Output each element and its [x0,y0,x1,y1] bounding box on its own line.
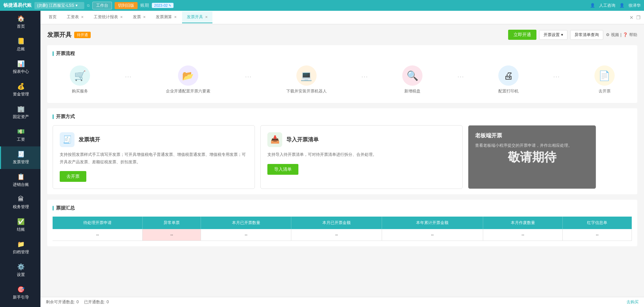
settings-dropdown-icon: ▾ [561,32,563,37]
cell-year-amount: -- [382,229,483,241]
tab-invoice-calc-close[interactable]: ✕ [174,15,177,19]
tab-bar-actions: ✕ ❐ [630,15,641,20]
sidebar-item-member[interactable]: 👑 畅会员 [0,304,40,307]
flow-step-setup[interactable]: 📂 企业开通配置开票六要素 [166,65,210,94]
tab-salary-table-close[interactable]: ✕ [81,15,84,19]
tab-invoice-calc[interactable]: 发票测算 ✕ [151,11,181,23]
support-icon: 👤 [590,3,595,8]
flow-step-taxbox[interactable]: 🔍 新增税盘 [402,65,422,94]
salary-icon: 💵 [17,128,25,135]
coming-soon-text: 敬请期待 [508,149,556,165]
col-pending: 待处理开票申请 [53,217,143,229]
import-card-header: 📥 导入开票清单 [267,132,456,147]
sidebar-item-ledger[interactable]: 📒 总账 [0,33,40,56]
company-selector[interactable]: (勿删) 江西服宝-LSS ▾ [34,2,84,9]
col-void-qty: 本月作废数量 [483,217,562,229]
flow-step-printer[interactable]: 🖨 配置打印机 [498,65,519,94]
sidebar-item-asset[interactable]: 🏢 固定资产 [0,101,40,124]
sidebar-item-invoice[interactable]: 🧾 发票管理 [0,146,40,169]
ledger-icon: 📒 [17,37,25,45]
import-invoice-button[interactable]: 导入清单 [267,164,298,175]
flow-step-buy[interactable]: 🛒 购买服务 [70,65,90,94]
open-now-button[interactable]: 立即开通 [508,30,536,40]
period-edit-icon[interactable]: ✎ [169,4,171,7]
fill-card-desc: 支持按照发票样式手工填写开发票；可开具增值税电子普通发票、增值税普通发票、增值税… [60,151,248,166]
status-badge: 待开通 [74,32,91,38]
remaining-quota: 剩余可开通数盘: 0 [46,299,79,305]
tab-home-label: 首页 [49,14,57,20]
sidebar-item-settings[interactable]: ⚙️ 设置 [0,259,40,282]
sidebar-item-home-label: 首页 [17,24,25,29]
view-label[interactable]: 视频 [611,32,619,38]
sidebar: 🏠 首页 📒 总账 📊 报表中心 💰 资金管理 🏢 固定资产 💵 工资 🧾 发票… [0,11,40,307]
flow-arrow-4: ⋯ [457,73,464,81]
col-month-amount: 本月已开票金额 [291,217,382,229]
video-icon: ⚙ [606,32,610,37]
sidebar-item-guide[interactable]: 🎯 新手引导 [0,282,40,304]
copy-icon[interactable]: ⧉ [87,3,90,8]
sidebar-item-fund[interactable]: 💰 资金管理 [0,79,40,101]
period-tag[interactable]: 2023-02 ✎ [152,3,174,8]
buy-service-icon: 🛒 [70,65,90,86]
fill-icon: 🧾 [60,132,75,147]
sidebar-item-tax[interactable]: 🏛 税务管理 [0,192,40,214]
tab-salary-stat-close[interactable]: ✕ [120,15,123,19]
sidebar-item-settle[interactable]: ✅ 结账 [0,214,40,236]
flow-step-download[interactable]: 💻 下载并安装开票机器人 [286,65,327,94]
invoice-icon: 🧾 [17,150,25,158]
tab-invoice-open-close[interactable]: ✕ [205,15,208,19]
tab-invoice-list[interactable]: 发票 ✕ [128,11,150,23]
asset-icon: 🏢 [17,105,25,113]
tab-invoice-open[interactable]: 发票开具 ✕ [182,11,212,23]
flow-arrow-3: ⋯ [361,73,368,81]
col-year-amount: 本年累计开票金额 [382,217,483,229]
main-content: 首页 工资表 ✕ 工资统计报表 ✕ 发票 ✕ 发票测算 ✕ 发票开具 ✕ [40,11,644,307]
sidebar-item-report-label: 报表中心 [13,69,29,75]
top-bar-right: 👤 人工咨询 👤 徐泽华 [590,3,641,8]
page-tools: ⚙ 视频 | ❓ 帮助 [606,32,637,38]
flow-steps: 🛒 购买服务 ⋯ 📂 企业开通配置开票六要素 ⋯ 💻 下载并安装开票机器人 ⋯ [53,62,632,97]
close-tab-icon[interactable]: ✕ [630,15,634,20]
user-name[interactable]: 徐泽华 [628,3,641,8]
add-taxbox-label: 新增税盘 [404,88,420,94]
tab-home[interactable]: 首页 [44,11,61,23]
make-invoice-icon: 📄 [594,65,615,86]
tab-salary-table[interactable]: 工资表 ✕ [62,11,88,23]
summary-section: 票据汇总 待处理开票申请 异常单票 本月已开票数量 本月已开票金额 本年累计开票… [47,200,637,246]
purchase-icon: 📋 [17,173,25,180]
tab-invoice-list-close[interactable]: ✕ [143,15,146,19]
page-title-row: 发票开具 待开通 [47,31,91,39]
open-settings-button[interactable]: 开票设置 ▾ [539,30,567,40]
fill-invoice-button[interactable]: 去开票 [60,171,86,182]
tab-salary-stat[interactable]: 工资统计报表 ✕ [89,11,127,23]
layout: 🏠 首页 📒 总账 📊 报表中心 💰 资金管理 🏢 固定资产 💵 工资 🧾 发票… [0,11,644,307]
goto-buy-link[interactable]: 去购买 [626,299,639,305]
help-label[interactable]: 帮助 [629,32,637,38]
support-label[interactable]: 人工咨询 [599,3,615,8]
sidebar-item-purchase[interactable]: 📋 进销台账 [0,169,40,192]
cell-month-amount: -- [291,229,382,241]
flow-step-make[interactable]: 📄 去开票 [594,65,615,94]
cell-void-qty: -- [483,229,562,241]
download-robot-label: 下载并安装开票机器人 [286,88,327,94]
sidebar-item-salary[interactable]: 💵 工资 [0,124,40,146]
import-card-title: 导入开票清单 [286,136,319,143]
summary-table-header: 待处理开票申请 异常单票 本月已开票数量 本月已开票金额 本年累计开票金额 本月… [53,217,632,229]
old-card-desc: 查看老板端小程序提交的开票申请，并作出相应处理。 [475,142,589,149]
sidebar-item-fund-label: 资金管理 [13,91,29,97]
company-name: (勿删) 江西服宝-LSS [37,3,74,8]
opened-quota: 已开通数盘: 0 [84,299,109,305]
worktable-button[interactable]: 工作台 [92,2,112,9]
restore-tab-icon[interactable]: ❐ [636,15,641,20]
sidebar-item-home[interactable]: 🏠 首页 [0,11,40,33]
page-actions: 立即开通 开票设置 ▾ 异常清单查询 ⚙ 视频 | ❓ 帮助 [508,30,637,40]
col-red-info: 红字信息单 [563,217,632,229]
import-card-desc: 支持导入待开票清单，可对待开票清单进行拆分、合并处理。 [267,151,456,159]
sidebar-item-archive[interactable]: 📁 归档管理 [0,236,40,259]
sidebar-item-salary-label: 工资 [17,137,25,142]
method-cards: 🧾 发票填开 支持按照发票样式手工填写开发票；可开具增值税电子普通发票、增值税普… [53,125,632,189]
flow-section: 开票流程 🛒 购买服务 ⋯ 📂 企业开通配置开票六要素 ⋯ 💻 下载并安装开票机… [47,45,637,103]
abnormal-query-button[interactable]: 异常清单查询 [570,30,603,40]
sidebar-item-report[interactable]: 📊 报表中心 [0,56,40,79]
old-version-button[interactable]: 切到旧版 [115,2,138,9]
